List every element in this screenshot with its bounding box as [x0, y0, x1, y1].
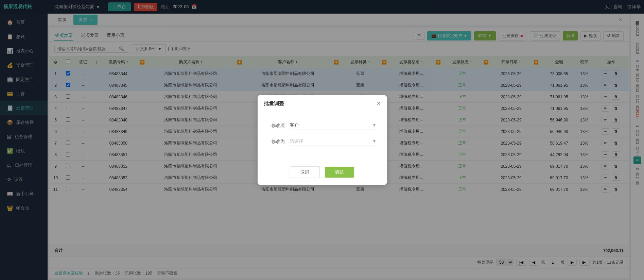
modify-field-dropdown-icon[interactable]: ▼ [372, 123, 377, 128]
modify-field-value: 客户 [290, 122, 372, 128]
modify-to-select[interactable]: 请选择 ▼ [290, 137, 377, 146]
modify-to-dropdown-icon[interactable]: ▼ [372, 139, 377, 144]
modal-confirm-btn[interactable]: 确认 [325, 167, 354, 178]
modal-box: 批量调整 × 修改项 客户 ▼ 修改为 请选择 ▼ 取消 确认 [258, 95, 387, 185]
modal-header: 批量调整 × [258, 95, 387, 112]
modal-cancel-btn[interactable]: 取消 [290, 166, 320, 178]
modal-body: 修改项 客户 ▼ 修改为 请选择 ▼ [258, 112, 387, 161]
modal-modify-to-field: 修改为 请选择 ▼ [268, 137, 377, 146]
modify-to-label: 修改为 [268, 138, 285, 145]
modal-footer: 取消 确认 [258, 161, 387, 185]
modal-overlay: 批量调整 × 修改项 客户 ▼ 修改为 请选择 ▼ 取消 确认 [0, 0, 644, 280]
modal-modify-field: 修改项 客户 ▼ [268, 121, 377, 130]
modify-field-label: 修改项 [268, 122, 285, 129]
modify-field-select[interactable]: 客户 ▼ [290, 121, 377, 130]
modal-close-btn[interactable]: × [377, 100, 381, 107]
modal-title: 批量调整 [264, 100, 284, 107]
modify-to-placeholder: 请选择 [290, 138, 372, 144]
